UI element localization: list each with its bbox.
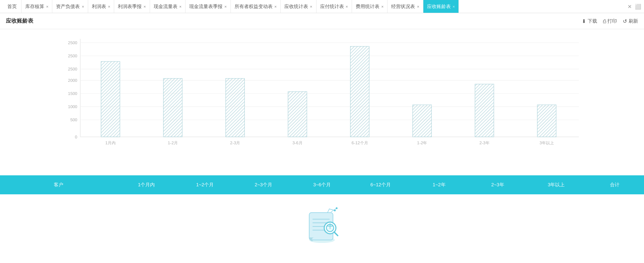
- bar-1-2-year: [413, 105, 432, 137]
- tab-cashflow-quarterly-label: 现金流量表季报: [189, 3, 222, 10]
- tab-profit-close[interactable]: ×: [108, 4, 110, 9]
- svg-line-30: [327, 209, 329, 213]
- tab-ar-stat-label: 应收统计表: [284, 3, 308, 10]
- x-label-2-3year: 2-3年: [479, 141, 489, 145]
- window-close-icon[interactable]: ✕: [628, 4, 632, 9]
- tab-inventory-label: 库存核算: [25, 3, 44, 10]
- bar-1-2-month: [163, 79, 182, 137]
- tab-bar: 首页 库存核算 × 资产负债表 × 利润表 × 利润表季报 × 现金流量表 × …: [0, 0, 644, 13]
- window-maximize-icon[interactable]: ⬜: [635, 4, 641, 9]
- tab-profit-label: 利润表: [92, 3, 106, 10]
- th-6-12month: 6~12个月: [351, 182, 410, 188]
- tab-ap-stat-close[interactable]: ×: [346, 4, 348, 9]
- svg-text:0: 0: [75, 135, 77, 139]
- svg-text:2500: 2500: [68, 67, 77, 71]
- bar-1-month: [101, 61, 120, 137]
- bar-3-6-month: [288, 92, 307, 137]
- tab-inventory-close[interactable]: ×: [46, 4, 48, 9]
- tab-ar-stat-close[interactable]: ×: [310, 4, 312, 9]
- x-label-1month: 1月内: [105, 141, 116, 145]
- tab-cashflow-quarterly[interactable]: 现金流量表季报 ×: [186, 0, 231, 13]
- tab-balance-label: 资产负债表: [56, 3, 80, 10]
- th-1month: 1个月内: [117, 182, 176, 188]
- x-label-1-2month: 1-2月: [168, 141, 178, 145]
- th-3year-plus: 3年以上: [527, 182, 585, 188]
- tab-inventory[interactable]: 库存核算 ×: [22, 0, 52, 13]
- tab-balance-close[interactable]: ×: [82, 4, 84, 9]
- tab-expense-stat-label: 费用统计表: [356, 3, 379, 10]
- tab-cashflow-close[interactable]: ×: [179, 4, 181, 9]
- tab-profit[interactable]: 利润表 ×: [88, 0, 114, 13]
- window-controls: ✕ ⬜: [628, 4, 641, 9]
- bar-2-3-month: [226, 79, 245, 137]
- tab-expense-stat[interactable]: 费用统计表 ×: [352, 0, 387, 13]
- chart-area: 2500 2500 2500 2000 1500 1000 500 0: [0, 29, 644, 175]
- tab-operations[interactable]: 经营状况表 ×: [387, 0, 423, 13]
- tab-ar-aging-close[interactable]: ×: [453, 4, 455, 9]
- tab-cashflow-quarterly-close[interactable]: ×: [224, 4, 226, 9]
- tab-ap-stat[interactable]: 应付统计表 ×: [317, 0, 352, 13]
- svg-text:2000: 2000: [68, 78, 77, 83]
- x-label-3-6month: 3-6月: [292, 141, 302, 145]
- refresh-button[interactable]: ↺ 刷新: [623, 18, 638, 24]
- svg-text:1000: 1000: [68, 104, 77, 109]
- tab-ar-aging-label: 应收账龄表: [427, 3, 451, 10]
- tab-balance-sheet[interactable]: 资产负债表 ×: [52, 0, 88, 13]
- x-label-3year-plus: 3年以上: [540, 141, 554, 145]
- svg-text:2500: 2500: [68, 54, 77, 58]
- x-label-6-12month: 6-12个月: [352, 141, 368, 145]
- tab-home[interactable]: 首页: [3, 0, 22, 13]
- tab-expense-stat-close[interactable]: ×: [381, 4, 383, 9]
- refresh-label: 刷新: [629, 18, 638, 24]
- print-button[interactable]: ⎙ 打印: [603, 18, 617, 24]
- th-2-3month: 2~3个月: [234, 182, 293, 188]
- x-label-1-2year: 1-2年: [417, 141, 427, 145]
- page-header: 应收账龄表 ⬇ 下载 ⎙ 打印 ↺ 刷新: [0, 13, 644, 29]
- tab-equity-close[interactable]: ×: [274, 4, 277, 9]
- svg-text:2500: 2500: [68, 41, 77, 45]
- empty-state: [0, 194, 644, 256]
- th-3-6month: 3~6个月: [293, 182, 351, 188]
- tab-ar-stat[interactable]: 应收统计表 ×: [281, 0, 316, 13]
- main-content: 2500 2500 2500 2000 1500 1000 500 0: [0, 29, 644, 263]
- page-title: 应收账龄表: [6, 18, 33, 24]
- svg-line-29: [334, 232, 338, 236]
- th-2-3year: 2~3年: [468, 182, 527, 188]
- th-total: 合计: [585, 182, 644, 188]
- tab-cashflow-label: 现金流量表: [154, 3, 177, 10]
- refresh-icon: ↺: [623, 18, 627, 24]
- tab-home-label: 首页: [7, 3, 17, 10]
- bar-3-year-plus: [537, 105, 556, 137]
- print-label: 打印: [607, 18, 617, 24]
- th-1-2month: 1~2个月: [176, 182, 234, 188]
- print-icon: ⎙: [603, 18, 606, 24]
- th-1-2year: 1~2年: [410, 182, 468, 188]
- tab-profit-quarterly-close[interactable]: ×: [143, 4, 146, 9]
- tab-operations-close[interactable]: ×: [417, 4, 419, 9]
- tab-operations-label: 经营状况表: [391, 3, 415, 10]
- table-header: 客户 1个月内 1~2个月 2~3个月 3~6个月 6~12个月 1~2年 2~…: [0, 175, 644, 194]
- tab-ap-stat-label: 应付统计表: [320, 3, 344, 10]
- svg-text:1500: 1500: [68, 91, 77, 96]
- tab-equity-label: 所有者权益变动表: [235, 3, 273, 10]
- page-actions: ⬇ 下载 ⎙ 打印 ↺ 刷新: [582, 18, 638, 24]
- bar-chart: 2500 2500 2500 2000 1500 1000 500 0: [7, 35, 637, 152]
- th-customer: 客户: [0, 182, 117, 188]
- bar-6-12-month: [350, 46, 369, 137]
- download-button[interactable]: ⬇ 下载: [582, 18, 597, 24]
- svg-text:500: 500: [70, 118, 77, 122]
- x-label-2-3month: 2-3月: [230, 141, 240, 145]
- tab-cashflow[interactable]: 现金流量表 ×: [150, 0, 186, 13]
- download-icon: ⬇: [582, 18, 586, 24]
- svg-line-33: [331, 208, 337, 212]
- tab-profit-quarterly[interactable]: 利润表季报 ×: [114, 0, 150, 13]
- empty-icon: [300, 205, 344, 245]
- svg-point-34: [336, 207, 338, 209]
- bar-2-3-year: [475, 84, 494, 137]
- download-label: 下载: [588, 18, 597, 24]
- tab-ar-aging[interactable]: 应收账龄表 ×: [423, 0, 459, 13]
- tab-profit-quarterly-label: 利润表季报: [118, 3, 142, 10]
- tab-equity[interactable]: 所有者权益变动表 ×: [231, 0, 281, 13]
